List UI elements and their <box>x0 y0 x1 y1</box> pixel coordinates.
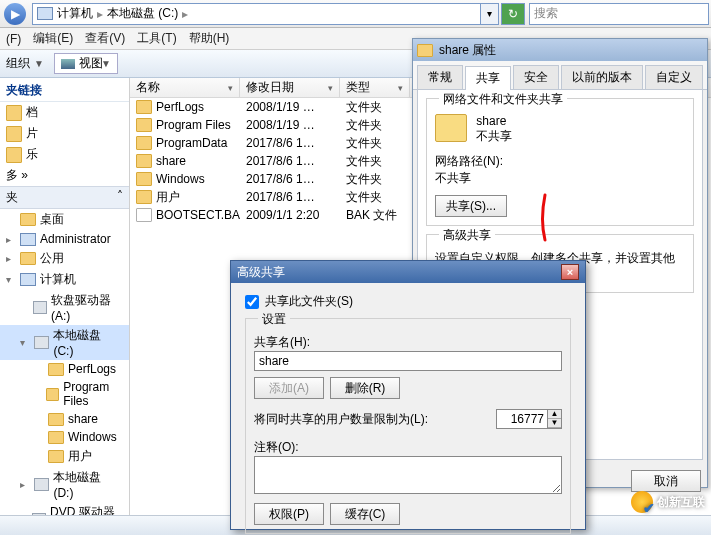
folder-icon <box>136 136 152 150</box>
share-name-input[interactable] <box>254 351 562 371</box>
folder-icon <box>48 450 64 463</box>
folder-icon <box>6 147 22 163</box>
search-input[interactable]: 搜索 <box>529 3 709 25</box>
fav-item[interactable]: 乐 <box>0 144 129 165</box>
tree-item[interactable]: ▸公用 <box>0 248 129 269</box>
close-button[interactable]: × <box>561 264 579 280</box>
col-date[interactable]: 修改日期▾ <box>240 78 340 97</box>
fav-item[interactable]: 片 <box>0 123 129 144</box>
tree-label: 用户 <box>68 448 92 465</box>
search-placeholder: 搜索 <box>534 5 558 22</box>
share-name: share <box>476 114 512 128</box>
folder-icon <box>417 44 433 57</box>
menu-tools[interactable]: 工具(T) <box>137 30 176 47</box>
refresh-button[interactable]: ↻ <box>501 3 525 25</box>
menu-help[interactable]: 帮助(H) <box>189 30 230 47</box>
expand-icon[interactable]: ▸ <box>20 479 30 490</box>
path-box[interactable]: 计算机 ▸ 本地磁盘 (C:) ▸ <box>32 3 481 25</box>
nav-forward-icon[interactable]: ▶ <box>4 3 26 25</box>
folder-icon <box>136 100 152 114</box>
advanced-share-dialog: 高级共享 × 共享此文件夹(S) 设置 共享名(H): 添加(A) 删除(R) … <box>230 260 586 530</box>
tree-label: 本地磁盘 (D:) <box>53 469 123 500</box>
delete-button[interactable]: 删除(R) <box>330 377 400 399</box>
left-nav: 夹链接 档 片 乐 多 » 夹 ˄ 桌面▸Administrator▸公用▾计算… <box>0 78 130 515</box>
chevron-down-icon[interactable]: ▼ <box>34 58 44 69</box>
folder-icon <box>20 213 36 226</box>
views-label: 视图 <box>79 55 103 72</box>
fav-item[interactable]: 档 <box>0 102 129 123</box>
settings-label: 设置 <box>258 311 290 328</box>
menu-edit[interactable]: 编辑(E) <box>33 30 73 47</box>
expand-icon[interactable]: ▸ <box>6 253 16 264</box>
folder-icon <box>48 363 64 376</box>
checkbox-input[interactable] <box>245 295 259 309</box>
tree-label: Program Files <box>63 380 123 408</box>
tree-label: 本地磁盘 (C:) <box>53 327 123 358</box>
user-limit-label: 将同时共享的用户数量限制为(L): <box>254 411 488 428</box>
netpath-label: 网络路径(N): <box>435 153 685 170</box>
share-state: 不共享 <box>476 128 512 145</box>
user-limit-spinner[interactable]: ▲▼ <box>496 409 562 429</box>
tree-label: DVD 驱动器 (E:) <box>50 504 123 515</box>
tree-label: Windows <box>68 430 117 444</box>
folder-icon <box>20 252 36 265</box>
views-button[interactable]: 视图 ▼ <box>54 53 118 74</box>
col-name[interactable]: 名称▾ <box>130 78 240 97</box>
share-button[interactable]: 共享(S)... <box>435 195 507 217</box>
folder-icon <box>6 105 22 121</box>
share-folder-checkbox[interactable]: 共享此文件夹(S) <box>245 293 571 310</box>
expand-icon[interactable]: ▾ <box>20 337 30 348</box>
expand-icon[interactable]: ▾ <box>6 274 16 285</box>
col-type[interactable]: 类型▾ <box>340 78 410 97</box>
tree-item[interactable]: ▸本地磁盘 (D:) <box>0 467 129 502</box>
sort-arrow-icon: ▾ <box>398 83 403 93</box>
watermark-icon <box>631 491 653 513</box>
tree-label: Administrator <box>40 232 111 246</box>
tree-item[interactable]: 软盘驱动器 (A:) <box>0 290 129 325</box>
cancel-button[interactable]: 取消 <box>631 470 701 492</box>
dialog-titlebar[interactable]: 高级共享 × <box>231 261 585 283</box>
path-dropdown[interactable]: ▾ <box>481 3 499 25</box>
add-button[interactable]: 添加(A) <box>254 377 324 399</box>
folder-icon <box>136 118 152 132</box>
tree-item[interactable]: ▾本地磁盘 (C:) <box>0 325 129 360</box>
tab-previous[interactable]: 以前的版本 <box>561 65 643 89</box>
tab-share[interactable]: 共享 <box>465 66 511 90</box>
tab-custom[interactable]: 自定义 <box>645 65 703 89</box>
properties-tabs: 常规 共享 安全 以前的版本 自定义 <box>413 61 707 90</box>
tree-item[interactable]: PerfLogs <box>0 360 129 378</box>
folder-icon <box>46 388 59 401</box>
netpath-value: 不共享 <box>435 170 685 187</box>
tree-item[interactable]: Windows <box>0 428 129 446</box>
tab-security[interactable]: 安全 <box>513 65 559 89</box>
tree-item[interactable]: ▾计算机 <box>0 269 129 290</box>
expand-icon[interactable]: ▸ <box>6 234 16 245</box>
organize-button[interactable]: 组织 <box>6 55 30 72</box>
tree-item[interactable]: 桌面 <box>0 209 129 230</box>
fav-more[interactable]: 多 » <box>0 165 129 186</box>
path-sep-icon: ▸ <box>97 7 103 21</box>
folders-head[interactable]: 夹 ˄ <box>0 186 129 209</box>
tree-item[interactable]: Program Files <box>0 378 129 410</box>
chevron-up-icon: ˄ <box>117 189 123 203</box>
user-icon <box>20 233 36 246</box>
path-seg[interactable]: 本地磁盘 (C:) <box>107 5 178 22</box>
tree-item[interactable]: 用户 <box>0 446 129 467</box>
menu-file[interactable]: (F) <box>6 32 21 46</box>
tab-general[interactable]: 常规 <box>417 65 463 89</box>
spin-down-icon[interactable]: ▼ <box>548 419 561 428</box>
folder-icon <box>6 126 22 142</box>
tree-item[interactable]: ▸DVD 驱动器 (E:) <box>0 502 129 515</box>
cache-button[interactable]: 缓存(C) <box>330 503 400 525</box>
comment-input[interactable] <box>254 456 562 494</box>
tree-item[interactable]: share <box>0 410 129 428</box>
user-limit-input[interactable] <box>497 410 547 428</box>
sort-arrow-icon: ▾ <box>228 83 233 93</box>
menu-view[interactable]: 查看(V) <box>85 30 125 47</box>
checkbox-label: 共享此文件夹(S) <box>265 293 353 310</box>
properties-titlebar[interactable]: share 属性 <box>413 39 707 61</box>
permissions-button[interactable]: 权限(P) <box>254 503 324 525</box>
tree-item[interactable]: ▸Administrator <box>0 230 129 248</box>
path-seg[interactable]: 计算机 <box>57 5 93 22</box>
tree-label: PerfLogs <box>68 362 116 376</box>
